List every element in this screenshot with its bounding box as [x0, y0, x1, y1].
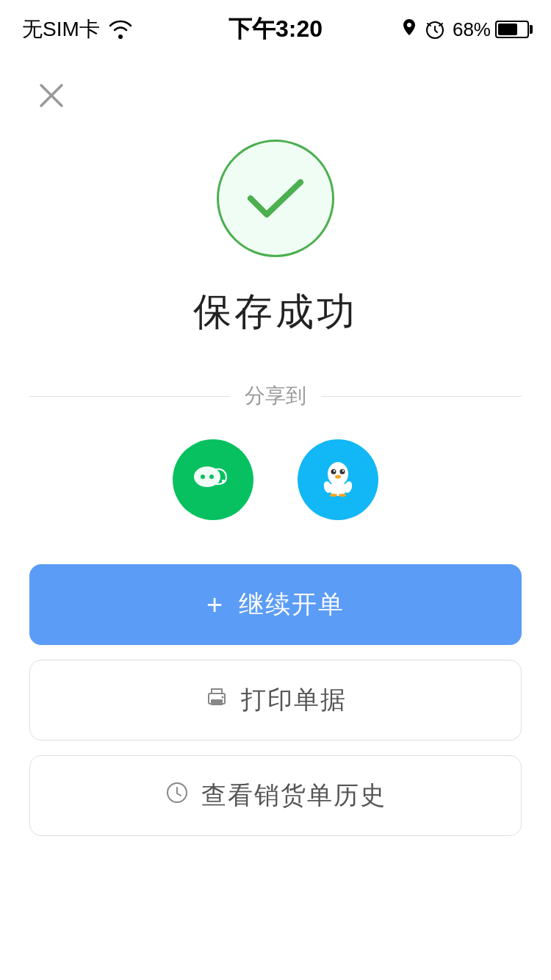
print-label: 打印单据: [241, 683, 347, 717]
status-left: 无SIM卡: [22, 15, 134, 43]
action-buttons: + 继续开单 打印单据 查看销货单历史: [29, 564, 522, 836]
wechat-icon: [190, 456, 237, 503]
svg-point-14: [335, 475, 341, 479]
success-title: 保存成功: [193, 287, 358, 338]
svg-point-11: [340, 469, 345, 475]
svg-point-22: [222, 696, 224, 699]
svg-point-5: [201, 475, 205, 479]
continue-button[interactable]: + 继续开单: [29, 564, 522, 645]
success-circle: [217, 140, 334, 257]
svg-point-15: [329, 481, 347, 496]
history-button[interactable]: 查看销货单历史: [29, 755, 522, 836]
share-section: 分享到: [29, 382, 522, 520]
wifi-icon: [107, 20, 134, 39]
plus-icon: +: [206, 591, 224, 619]
alarm-icon: [425, 19, 445, 40]
print-icon: [204, 685, 229, 716]
svg-point-16: [330, 494, 337, 497]
close-icon: [38, 82, 65, 109]
svg-point-7: [216, 480, 219, 483]
qq-icon: [314, 456, 361, 503]
success-section: 保存成功: [29, 140, 522, 338]
status-bar: 无SIM卡 下午3:20 68%: [0, 0, 551, 59]
share-label: 分享到: [230, 382, 321, 410]
svg-rect-21: [211, 699, 223, 705]
svg-point-10: [331, 469, 336, 475]
battery-block: 68%: [453, 18, 529, 41]
close-button[interactable]: [29, 73, 73, 118]
battery-bar: [495, 21, 529, 38]
print-button[interactable]: 打印单据: [29, 660, 522, 741]
history-icon: [165, 780, 190, 811]
status-right: 68%: [401, 18, 529, 41]
wechat-share-button[interactable]: [173, 439, 253, 520]
main-content: 保存成功 分享到: [0, 59, 551, 880]
svg-point-6: [209, 475, 214, 479]
battery-text: 68%: [453, 18, 491, 41]
continue-label: 继续开单: [239, 588, 345, 621]
svg-point-17: [339, 494, 346, 497]
location-icon: [401, 19, 417, 40]
svg-point-13: [342, 470, 344, 472]
battery-fill: [498, 24, 517, 35]
qq-share-button[interactable]: [298, 439, 378, 520]
carrier-text: 无SIM卡: [22, 15, 100, 43]
share-divider: 分享到: [29, 382, 522, 410]
history-label: 查看销货单历史: [201, 779, 386, 813]
svg-point-0: [407, 23, 411, 27]
svg-point-12: [334, 470, 335, 472]
status-time: 下午3:20: [228, 13, 323, 46]
share-icons: [29, 439, 522, 520]
checkmark-icon: [246, 176, 305, 220]
svg-point-8: [222, 480, 225, 483]
